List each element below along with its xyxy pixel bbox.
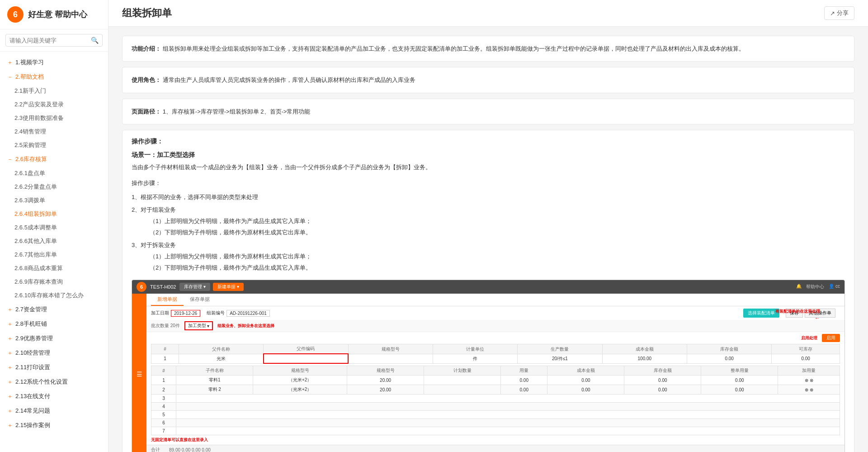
sidebar-item-label: 2.13在线支付 [15, 392, 50, 400]
app-subbar: ☰ 新增单据 保存单据 加工日期 2019-12-2 [132, 294, 844, 452]
sidebar-item-264[interactable]: 2.6.4组装拆卸单 [0, 207, 108, 221]
sidebar-item-212[interactable]: ＋ 2.12系统个性化设置 [0, 375, 108, 389]
date-value[interactable]: 2019-12-26 [171, 310, 200, 317]
table-row: 7 [151, 427, 840, 435]
plus-icon-27: ＋ [7, 306, 13, 314]
sidebar-item-211[interactable]: ＋ 2.11打印设置 [0, 360, 108, 375]
share-button[interactable]: ↗ 分享 [824, 6, 854, 20]
sidebar-item-213[interactable]: ＋ 2.13在线支付 [0, 389, 108, 404]
sidebar-item-data[interactable]: 2.3使用前数据准备 [0, 111, 108, 125]
search-icon[interactable]: 🔍 [91, 37, 99, 44]
ops-steps-heading: 操作步骤： [132, 138, 845, 146]
sidebar-item-262[interactable]: 2.6.2分量盘点单 [0, 180, 108, 194]
sidebar-item-install[interactable]: 2.2产品安装及登录 [0, 98, 108, 111]
sidebar-item-265[interactable]: 2.6.5成本调整单 [0, 221, 108, 234]
bcell-plan [424, 376, 501, 385]
search-input[interactable] [9, 37, 91, 44]
cell-cost: 100.00 [602, 354, 687, 363]
top-table-area: # 父件名称 父件编码 规格型号 计量单位 生产数量 成本金额 库存金额 [146, 344, 844, 366]
search-box: 🔍 [5, 34, 103, 47]
app-new-doc-btn[interactable]: 新建单据 ▾ [213, 283, 244, 291]
annotation2: 组装业务、拆卸业务在这里选择 [217, 323, 274, 329]
sidebar-item-269[interactable]: 2.6.9库存账本查询 [0, 275, 108, 289]
sidebar-item-docs[interactable]: － 2.帮助文档 [0, 70, 108, 84]
page-title: 组装拆卸单 [122, 6, 172, 20]
sidebar-item-28[interactable]: ＋ 2.8手机旺铺 [0, 317, 108, 331]
sidebar-item-video[interactable]: ＋ 1.视频学习 [0, 55, 108, 70]
type-selector-row: 批次数量 20件 加工类型 ▾ 组装业务、拆卸业务在这里选择 [146, 320, 844, 332]
sidebar-item-268[interactable]: 2.6.8商品成本重算 [0, 262, 108, 275]
tab-edit[interactable]: 保存单据 [184, 294, 216, 306]
table-row: 3 [151, 395, 840, 403]
bcol-num: # [151, 366, 176, 376]
app-icon-help: 帮助中心 [806, 284, 824, 290]
col-unit: 计量单位 [433, 344, 517, 354]
sidebar-item-266[interactable]: 2.6.6其他入库单 [0, 234, 108, 248]
col-avail: 可库存 [772, 344, 840, 354]
bcell-cost: 0.00 [547, 376, 624, 385]
top-table: # 父件名称 父件编码 规格型号 计量单位 生产数量 成本金额 库存金额 [151, 344, 840, 364]
type-dropdown[interactable]: 加工类型 ▾ [184, 321, 213, 330]
plus-icon-28: ＋ [7, 320, 13, 328]
bcol-spec2: 规格型号 [347, 366, 424, 376]
app-logo-text: 好生意 帮助中心 [28, 9, 87, 20]
bcell-usage: 0.00 [501, 385, 547, 395]
form-field-order: 组装编号 AD-20191226-001 [207, 310, 270, 317]
sidebar-item-2610[interactable]: 2.6.10库存账本错了怎么办 [0, 289, 108, 302]
bcell-stock: 0.00 [624, 376, 701, 385]
footer-label: 合计 [151, 447, 160, 452]
cell-unit: 件 [433, 354, 517, 363]
minus-icon: － [7, 73, 13, 81]
bcell-num: 5 [151, 411, 176, 419]
col-parent-code: 父件编码 [264, 344, 348, 354]
path-box: 页面路径： 1、库存核算->库存管理->组装拆卸单 2、首页->常用功能 [122, 99, 854, 124]
table-row: 1 零料1 （光米+2） 20.00 0.00 0.00 0.00 [151, 376, 840, 385]
sidebar-item-label: 2.12系统个性化设置 [15, 378, 68, 386]
bcell-empty [176, 419, 840, 427]
cell-code[interactable] [264, 354, 348, 363]
scenario1-heading: 场景一：加工类型选择 [132, 151, 845, 159]
table-row: 6 [151, 419, 840, 427]
step3-2: （2）下部明细为子件明细，最终作为产成品生成其它入库单。 [150, 262, 845, 274]
sidebar-item-purchase[interactable]: 2.5采购管理 [0, 138, 108, 152]
app-nav-icon[interactable]: ☰ [132, 294, 146, 452]
sidebar-item-27[interactable]: ＋ 2.7资金管理 [0, 302, 108, 317]
bcell-extra: ⊕ ⊗ [778, 376, 840, 385]
bcol-spec1: 规格型号 [253, 366, 347, 376]
bcell-s1: （光米+2） [253, 385, 347, 395]
sidebar-item-261[interactable]: 2.6.1盘点单 [0, 167, 108, 180]
qty-label: 批次数量 20件 [151, 323, 180, 329]
step1: 1、根据不同的业务，选择不同单据的类型来处理 [132, 192, 845, 203]
sidebar-item-267[interactable]: 2.6.7其他出库单 [0, 248, 108, 262]
tab-new[interactable]: 新增单据 [151, 294, 184, 306]
order-label: 组装编号 [207, 310, 225, 316]
step3-1: （1）上部明细为父件明细，最终作为原材料生成其它出库单； [150, 251, 845, 262]
sidebar-item-210[interactable]: ＋ 2.10经营管理 [0, 346, 108, 360]
bcol-name: 子件名称 [176, 366, 253, 376]
bcol-plan-qty: 计划数量 [424, 366, 501, 376]
sidebar: 6 好生意 帮助中心 🔍 ＋ 1.视频学习 － 2.帮助文档 2.1新手入门 2… [0, 0, 108, 452]
sidebar-item-263[interactable]: 2.6.3调拨单 [0, 194, 108, 207]
order-value[interactable]: AD-20191226-001 [226, 310, 270, 317]
enable-btn[interactable]: 启用 [822, 334, 840, 342]
sidebar-item-stock[interactable]: － 2.6库存核算 [0, 152, 108, 167]
sidebar-item-label: 2.6库存核算 [15, 155, 47, 163]
sidebar-item-label: 2.15操作案例 [15, 421, 50, 429]
bcol-total: 整单用量 [701, 366, 778, 376]
sidebar-item-label: 2.14常见问题 [15, 407, 50, 415]
app-dropdown[interactable]: 库存管理 ▾ [179, 283, 210, 291]
plus-icon-215: ＋ [7, 422, 13, 429]
step3: 3、对于拆装业务 [132, 240, 845, 251]
main-header: 组装拆卸单 ↗ 分享 [108, 0, 868, 27]
sidebar-item-sales[interactable]: 2.4销售管理 [0, 125, 108, 138]
teal-select-btn[interactable]: 选择装配清单 [743, 309, 779, 318]
form-header-row: 加工日期 2019-12-26 组装编号 AD-20191226-001 [146, 306, 844, 320]
sidebar-item-214[interactable]: ＋ 2.14常见问题 [0, 404, 108, 418]
sidebar-item-newbie[interactable]: 2.1新手入门 [0, 84, 108, 98]
annotation1: 有装配清单的在这里处理 [775, 309, 820, 314]
sidebar-item-215[interactable]: ＋ 2.15操作案例 [0, 418, 108, 433]
sidebar-item-29[interactable]: ＋ 2.9优惠券管理 [0, 331, 108, 346]
footer-totals: 合计 89.00 0.00 0.00 0.00 [146, 445, 844, 452]
col-stock-amt: 库存金额 [687, 344, 772, 354]
bcell-plan [424, 385, 501, 395]
